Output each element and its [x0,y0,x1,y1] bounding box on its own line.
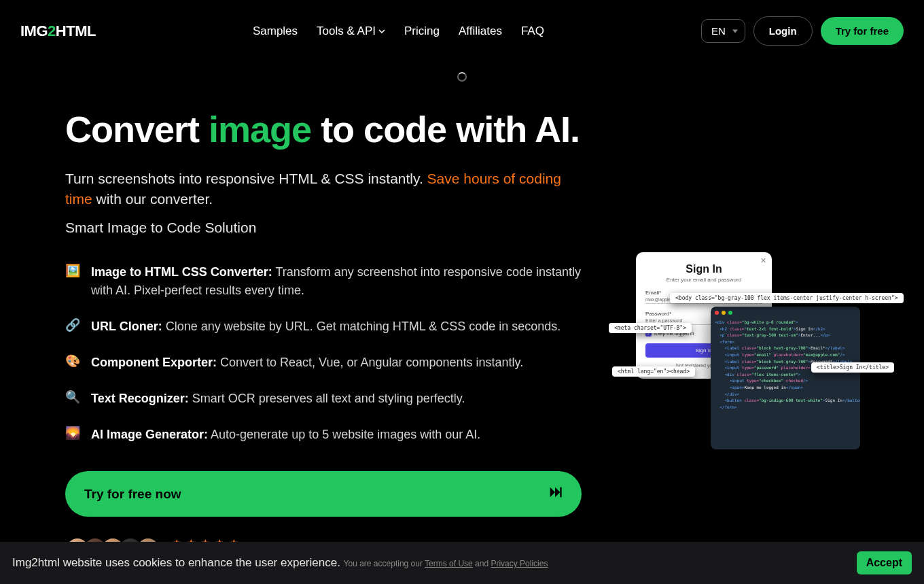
cookie-small-text: You are accepting our Terms of Use and P… [344,559,548,568]
logo-part-2: 2 [48,22,56,39]
mock-signin-title: Sign In [645,263,762,275]
logo[interactable]: IMG2HTML [20,22,96,40]
privacy-policies-link[interactable]: Privacy Policies [491,559,548,568]
hero-left: Convert image to code with AI. Turn scre… [65,109,582,562]
feature-item: 🎨 Component Exporter: Convert to React, … [65,354,582,372]
language-select[interactable]: EN [701,19,745,43]
hero-lead: Turn screenshots into responsive HTML & … [65,169,582,209]
float-tag-meta: <meta charset="UTF-8"> [609,323,692,333]
feature-text: Image to HTML CSS Converter: Transform a… [91,263,582,300]
close-icon: ✕ [760,256,766,265]
hero-title-post: to code with AI. [311,109,580,150]
hero-lead-post: with our converter. [92,191,213,207]
window-dots-icon [715,311,856,315]
fast-forward-icon [548,485,563,503]
hero-sublead: Smart Image to Code Solution [65,220,582,236]
cookie-small-pre: You are accepting our [344,559,425,568]
login-button[interactable]: Login [753,16,813,46]
nav-affiliates[interactable]: Affiliates [459,24,502,38]
cookie-main-text: Img2html website uses cookies to enhance… [12,556,344,569]
feature-item: 🔗 URL Cloner: Clone any website by URL. … [65,317,582,336]
terms-of-use-link[interactable]: Terms of Use [425,559,473,568]
feature-desc: Auto-generate up to 5 website images wit… [208,428,480,441]
cookie-and: and [473,559,491,568]
chevron-down-icon [378,24,385,38]
hero-title-pre: Convert [65,109,209,150]
try-for-free-button[interactable]: Try for free [821,17,904,45]
float-tag-html: <html lang="en"><head> [612,366,695,377]
header: IMG2HTML Samples Tools & API Pricing Aff… [0,0,924,62]
mock-code-editor: <div class="bg-white p-8 rounded"> <h2 c… [711,307,860,449]
logo-part-img: IMG [20,22,48,39]
feature-desc: Convert to React, Vue, or Angular compon… [217,356,523,369]
link-icon: 🔗 [65,317,80,333]
sunset-icon: 🌄 [65,426,80,441]
nav-pricing[interactable]: Pricing [404,24,440,38]
hero-title: Convert image to code with AI. [65,109,582,150]
feature-title: URL Cloner: [91,320,162,333]
main-content: Convert image to code with AI. Turn scre… [0,62,924,562]
cta-label: Try for free now [84,487,181,502]
palette-icon: 🎨 [65,354,80,369]
nav-samples[interactable]: Samples [253,24,298,38]
cookie-accept-button[interactable]: Accept [857,551,912,574]
feature-list: 🖼️ Image to HTML CSS Converter: Transfor… [65,263,582,444]
feature-title: Text Recognizer: [91,392,189,405]
feature-item: 🔍 Text Recognizer: Smart OCR preserves a… [65,390,582,408]
header-right: EN Login Try for free [701,16,904,46]
loading-spinner-icon [457,72,467,82]
nav-tools-api[interactable]: Tools & API [317,24,385,38]
feature-text: URL Cloner: Clone any website by URL. Ge… [91,317,561,336]
logo-part-html: HTML [56,22,96,39]
nav-faq[interactable]: FAQ [521,24,544,38]
float-tag-body: <body class="bg-gray-100 flex items-cent… [670,293,904,303]
mock-signin-sub: Enter your email and password [645,277,762,283]
language-value: EN [711,25,726,37]
feature-item: 🌄 AI Image Generator: Auto-generate up t… [65,426,582,444]
feature-title: AI Image Generator: [91,428,208,441]
feature-title: Component Exporter: [91,356,217,369]
cookie-text: Img2html website uses cookies to enhance… [12,556,548,570]
feature-text: AI Image Generator: Auto-generate up to … [91,426,480,444]
hero-title-accent: image [209,109,311,150]
main-nav: Samples Tools & API Pricing Affiliates F… [253,24,544,38]
picture-icon: 🖼️ [65,263,80,279]
nav-tools-label: Tools & API [317,24,376,38]
svg-rect-0 [560,487,561,498]
feature-title: Image to HTML CSS Converter: [91,265,272,279]
feature-desc: Smart OCR preserves all text and styling… [189,392,465,405]
feature-item: 🖼️ Image to HTML CSS Converter: Transfor… [65,263,582,300]
hero-lead-pre: Turn screenshots into responsive HTML & … [65,171,427,186]
magnifier-icon: 🔍 [65,390,80,405]
feature-desc: Clone any website by URL. Get matching H… [162,320,561,333]
feature-text: Text Recognizer: Smart OCR preserves all… [91,390,465,408]
cookie-banner: Img2html website uses cookies to enhance… [0,542,924,584]
float-tag-title: <title>Sign In</title> [811,362,894,373]
feature-text: Component Exporter: Convert to React, Vu… [91,354,523,372]
hero-illustration: ✕ Sign In Enter your email and password … [609,109,859,562]
cta-try-free-now-button[interactable]: Try for free now [65,471,582,517]
